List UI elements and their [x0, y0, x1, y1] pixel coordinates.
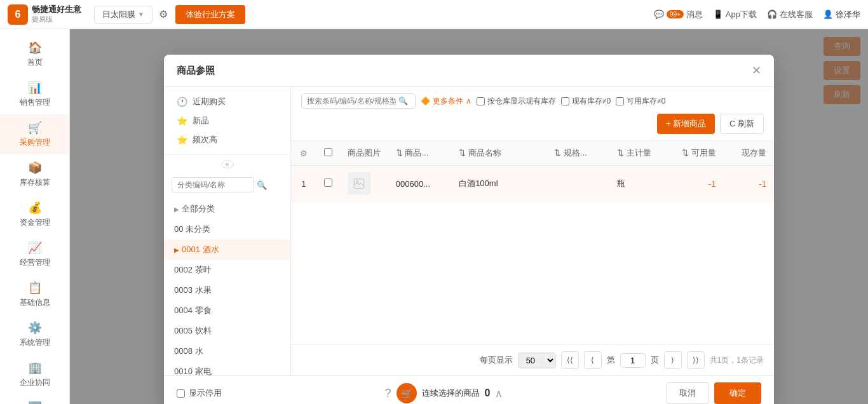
filter-warehouse-label: 按仓库显示现有库存 [487, 96, 556, 107]
filter-warehouse-checkbox[interactable] [477, 97, 485, 105]
home-icon: 🏠 [28, 41, 42, 55]
category-tree: ▶ 全部分类 00 未分类 ▶ 0001 酒水 0002 茶 [164, 196, 290, 375]
filter-nonzero-avail-checkbox[interactable] [616, 97, 624, 105]
col-header-check[interactable] [316, 141, 340, 166]
col-header-spec[interactable]: ⇅ 规格... [546, 141, 609, 166]
collapse-panel-button[interactable]: « [221, 160, 234, 168]
col-header-code[interactable]: ⇅ 商品... [388, 141, 451, 166]
finance-icon: 💰 [28, 201, 42, 215]
more-filter-label: 更多条件 [433, 96, 463, 107]
recent-label-frequent: 频次高 [193, 134, 217, 145]
sales-icon: 📊 [28, 81, 42, 95]
cancel-button[interactable]: 取消 [666, 382, 709, 404]
page-number-input[interactable]: 1 [620, 353, 646, 368]
col-header-name[interactable]: ⇅ 商品名称 [451, 141, 546, 166]
nav-selector[interactable]: 日太阳膜 ▼ [94, 6, 153, 24]
online-service-item[interactable]: 🎧 在线客服 [767, 9, 813, 20]
last-page-button[interactable]: ⟩⟩ [687, 351, 705, 369]
product-search-field[interactable]: 🔍 [301, 93, 416, 109]
sidebar-item-system[interactable]: ⚙️ 系统管理 [0, 314, 69, 354]
product-search-icon[interactable]: 🔍 [398, 97, 408, 105]
modal-overlay: 商品参照 ✕ 🕐 近期购买 ⭐ 新 [70, 29, 868, 404]
col-header-available[interactable]: ⇅ 可用量 [660, 141, 723, 166]
first-page-button[interactable]: ⟨⟨ [561, 351, 579, 369]
filter-nonzero-stock-check[interactable]: 现有库存≠0 [561, 96, 611, 107]
user-item[interactable]: 👤 徐泽华 [823, 9, 860, 20]
sidebar-item-basic-info[interactable]: 📋 基础信息 [0, 274, 69, 314]
add-goods-button[interactable]: + 新增商品 [657, 114, 715, 134]
cat-arrow-all: ▶ [174, 206, 179, 213]
sidebar-item-enterprise[interactable]: 🏢 企业协同 [0, 354, 69, 394]
app-download-item[interactable]: 📱 App下载 [713, 9, 757, 20]
row-checkbox[interactable] [324, 178, 332, 187]
product-table-area: ⚙ 商品图片 [291, 141, 774, 344]
cat-item-uncategorized[interactable]: 00 未分类 [164, 219, 290, 239]
refresh-button[interactable]: C 刷新 [720, 114, 764, 134]
sort-icon-unit: ⇅ [617, 148, 624, 158]
col-header-settings[interactable]: ⚙ [291, 141, 316, 166]
select-all-checkbox[interactable] [324, 148, 332, 156]
notifications-item[interactable]: 💬 99+ 消息 [654, 9, 703, 20]
col-label-available: 可用量 [691, 148, 716, 158]
col-header-stock[interactable]: 现存量 [724, 141, 774, 166]
category-search-input[interactable] [172, 177, 254, 192]
filter-warehouse-check[interactable]: 按仓库显示现有库存 [477, 96, 556, 107]
main-layout: 🏠 首页 📊 销售管理 🛒 采购管理 📦 库存核算 💰 资金管理 📈 经营管理 … [0, 29, 868, 404]
content-area: 查询 设置 刷新 商品参照 ✕ 🕐 [70, 29, 868, 404]
category-search-icon[interactable]: 🔍 [257, 180, 267, 190]
prev-page-button[interactable]: ⟨ [584, 351, 602, 369]
confirm-button[interactable]: 确定 [714, 382, 761, 404]
per-page-select[interactable]: 50 20 100 [518, 353, 556, 368]
cell-row-num: 1 [291, 166, 316, 202]
cell-product-code: 000600... [388, 166, 451, 202]
cat-item-all[interactable]: ▶ 全部分类 [164, 199, 290, 219]
cell-row-check[interactable] [316, 166, 340, 202]
sidebar: 🏠 首页 📊 销售管理 🛒 采购管理 📦 库存核算 💰 资金管理 📈 经营管理 … [0, 29, 70, 404]
recent-item-recent-purchase[interactable]: 🕐 近期购买 [172, 92, 283, 111]
more-filter-button[interactable]: 🔶 更多条件 ∧ [421, 96, 471, 107]
sidebar-item-finance[interactable]: 💰 资金管理 [0, 194, 69, 234]
basic-info-icon: 📋 [28, 281, 42, 295]
try-industry-button[interactable]: 体验行业方案 [175, 5, 245, 24]
filter-nonzero-avail-check[interactable]: 可用库存≠0 [616, 96, 665, 107]
sidebar-item-sales[interactable]: 📊 销售管理 [0, 74, 69, 114]
available-value: -1 [709, 179, 716, 189]
sidebar-item-operations[interactable]: 📈 经营管理 [0, 234, 69, 274]
column-settings-icon[interactable]: ⚙ [300, 149, 308, 158]
table-row[interactable]: 1 [291, 166, 774, 202]
cart-icon-button[interactable]: 🛒 [397, 383, 417, 403]
col-header-unit[interactable]: ⇅ 主计量 [609, 141, 660, 166]
cat-item-tea[interactable]: 0002 茶叶 [164, 260, 290, 280]
show-disabled-check[interactable]: 显示停用 [177, 387, 222, 399]
collapse-footer-icon[interactable]: ∧ [495, 387, 503, 400]
selected-count: 0 [485, 387, 491, 399]
modal-close-button[interactable]: ✕ [752, 64, 761, 77]
sidebar-item-purchase[interactable]: 🛒 采购管理 [0, 114, 69, 154]
settings-icon[interactable]: ⚙ [159, 8, 168, 20]
avatar-icon: 👤 [823, 10, 833, 19]
nav-selector-arrow: ▼ [138, 11, 144, 18]
cat-item-wine[interactable]: ▶ 0001 酒水 [164, 239, 290, 260]
online-service-label: 在线客服 [780, 9, 813, 20]
cat-item-drinks[interactable]: 0005 饮料 [164, 321, 290, 341]
cat-item-water[interactable]: 0008 水 [164, 341, 290, 361]
col-label-code: 商品... [405, 148, 428, 158]
cat-item-electronics[interactable]: 0010 家电 [164, 361, 290, 375]
category-search-row: 🔍 [164, 173, 290, 196]
sidebar-item-guide[interactable]: 🆕 新手引导 [0, 394, 69, 404]
recent-item-new[interactable]: ⭐ 新品 [172, 111, 283, 130]
filter-nonzero-stock-label: 现有库存≠0 [572, 96, 611, 107]
help-icon[interactable]: ? [385, 387, 391, 400]
cat-item-snacks[interactable]: 0004 零食 [164, 300, 290, 321]
logo-icon: 6 [8, 4, 28, 25]
phone-icon: 📱 [713, 10, 723, 19]
next-page-button[interactable]: ⟩ [664, 351, 682, 369]
recent-item-frequent[interactable]: ⭐ 频次高 [172, 130, 283, 149]
sidebar-item-inventory[interactable]: 📦 库存核算 [0, 154, 69, 194]
show-disabled-checkbox[interactable] [177, 389, 185, 398]
sidebar-item-home[interactable]: 🏠 首页 [0, 34, 69, 74]
frequent-icon: ⭐ [177, 135, 187, 145]
cat-item-fruit[interactable]: 0003 水果 [164, 280, 290, 300]
filter-nonzero-stock-checkbox[interactable] [561, 97, 569, 105]
product-search-input[interactable] [307, 97, 396, 105]
